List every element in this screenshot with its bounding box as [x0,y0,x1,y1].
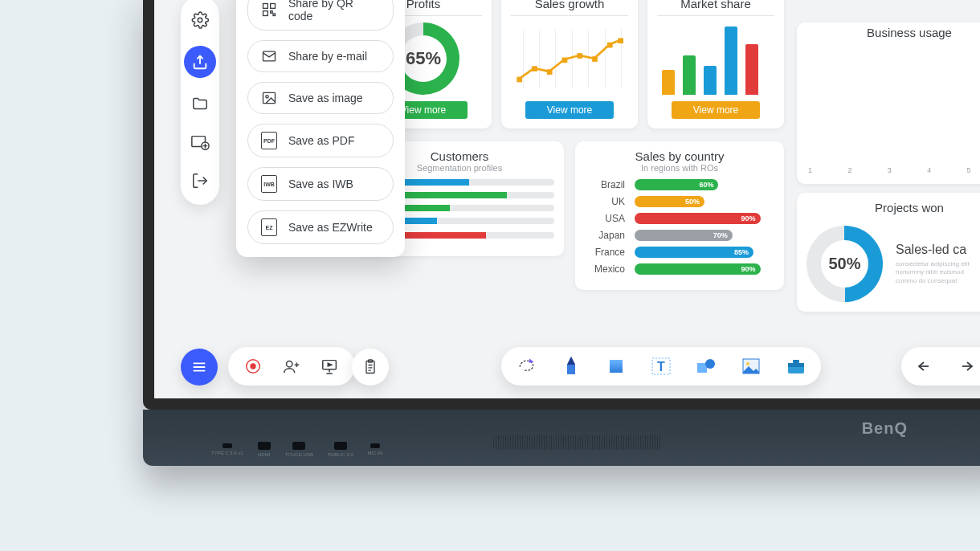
pen-tool[interactable] [559,354,583,378]
svg-rect-0 [517,77,522,83]
card-sales-growth: Sales growth View more [501,0,638,129]
image-icon [261,90,277,106]
country-name: Mexico [585,263,625,275]
country-bar: 50% [635,196,774,207]
svg-rect-4 [577,53,582,59]
svg-rect-25 [610,360,623,373]
clipboard-button[interactable] [352,349,389,386]
view-more-button[interactable]: View more [525,101,614,119]
country-row: Japan 70% [585,230,774,241]
donut-value: 50% [806,226,883,302]
port: TYPE C 3.0 x1 [211,443,243,455]
left-toolbar [181,0,219,205]
view-more-button[interactable]: View more [672,101,760,119]
svg-rect-7 [618,38,623,43]
svg-point-21 [287,361,292,367]
save-image-button[interactable]: Save as image [247,82,394,114]
lasso-icon [516,356,537,377]
menu-label: Save as image [288,92,363,104]
files-button[interactable] [187,91,213,116]
add-page-button[interactable] [187,129,213,155]
port-icon [370,443,380,448]
fill-tool[interactable] [604,354,628,378]
projects-won-donut-chart: 50% [806,226,883,302]
svg-rect-17 [263,92,276,103]
user-plus-icon [282,357,301,375]
shapes-tool[interactable] [694,354,718,378]
toolbox-tool[interactable] [784,354,808,378]
selection-tool[interactable] [514,354,538,378]
menu-label: Save as IWB [288,178,353,190]
svg-point-8 [198,18,202,22]
menu-label: Share by QR code [288,0,380,22]
country-bar: 85% [635,247,774,258]
share-button[interactable] [184,46,216,78]
share-qr-button[interactable]: Share by QR code [247,0,394,31]
undo-button[interactable] [914,354,938,378]
share-email-button[interactable]: Share by e-mail [247,40,394,72]
country-pct: 90% [741,214,756,222]
svg-rect-2 [547,69,553,75]
exit-button[interactable] [187,168,213,194]
menu-label: Save as PDF [288,134,354,147]
add-page-icon [190,133,210,151]
svg-rect-11 [263,4,268,9]
save-ezwrite-button[interactable]: EZ Save as EZWrite [247,210,394,244]
pdf-icon: PDF [261,132,277,149]
sparkline-icon [516,27,623,92]
card-title: Market share [657,0,774,16]
text-icon: T [651,357,672,376]
brand-logo: BenQ [862,419,908,438]
save-iwb-button[interactable]: IWB Save as IWB [247,167,394,201]
svg-rect-13 [263,11,268,16]
hamburger-icon [190,358,208,376]
presentation-icon [321,357,340,375]
share-menu: Share by QR code Share by e-mail Save as… [236,0,405,257]
card-title: Projects won [806,201,980,219]
svg-point-18 [266,96,268,98]
svg-point-29 [705,359,715,369]
business-usage-grouped-chart [806,51,980,163]
settings-button[interactable] [187,7,213,33]
record-button[interactable] [241,354,265,378]
main-menu-button[interactable] [181,349,218,386]
image-tool[interactable] [739,354,763,378]
country-bar: 60% [635,179,774,190]
share-icon [191,53,209,71]
card-sales-by-country: Sales by country In regions with ROs Bra… [575,141,784,290]
country-pct: 90% [741,265,756,273]
svg-point-20 [250,363,255,369]
country-pct: 85% [734,248,749,256]
add-user-button[interactable] [280,354,304,378]
menu-label: Share by e-mail [288,50,367,63]
placeholder-text: consectetur adipiscing elitnonummy nibh … [896,260,980,285]
port-icon [334,442,347,450]
iwb-icon: IWB [261,175,277,193]
session-toolbar [228,347,355,386]
save-pdf-button[interactable]: PDF Save as PDF [247,124,394,157]
port-icon [223,443,232,448]
port-label: TYPE C 3.0 x1 [211,451,243,455]
drawing-toolbar: T [501,347,821,386]
clipboard-icon [362,358,378,376]
mail-icon [261,48,277,64]
country-bar: 70% [635,230,774,241]
country-name: France [585,247,625,258]
caption: Sales-led ca [896,243,980,257]
sales-growth-line-chart [511,22,628,95]
text-tool[interactable]: T [649,354,673,378]
present-button[interactable] [318,354,342,378]
redo-button[interactable] [953,354,977,378]
country-name: Japan [585,230,625,241]
menu-label: Save as EZWrite [288,221,373,234]
svg-rect-3 [562,58,568,63]
svg-rect-33 [788,363,804,367]
svg-rect-34 [793,360,799,363]
country-row: USA 90% [585,213,774,224]
gear-icon [191,11,209,29]
picture-icon [741,357,761,375]
record-icon [244,357,262,375]
country-row: UK 50% [585,196,774,207]
country-bars: Brazil 60% UK 50% USA 90% Japan 70% Fran… [585,179,774,275]
svg-rect-6 [607,43,613,48]
